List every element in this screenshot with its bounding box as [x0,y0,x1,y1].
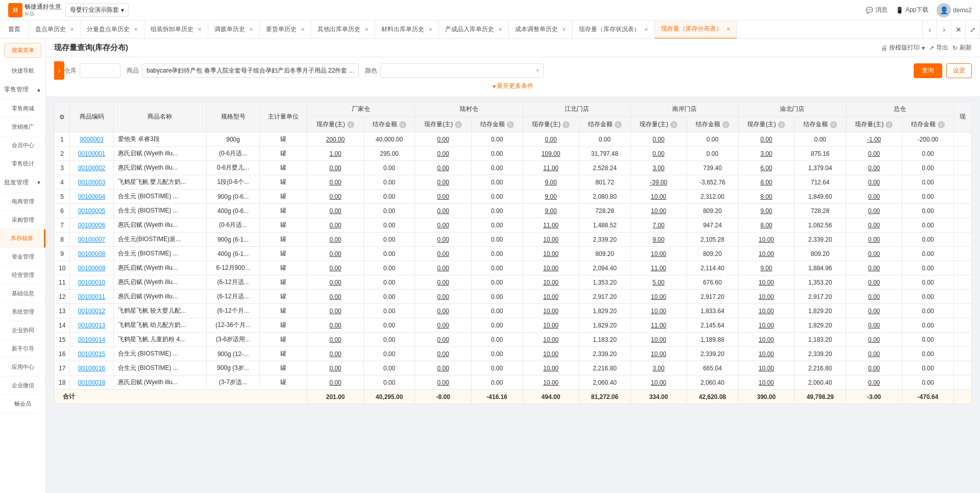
sidebar-item-inventory[interactable]: 库存核算 [0,229,45,248]
sidebar-item-base[interactable]: 基础信息 [0,285,45,303]
sidebar-item-system[interactable]: 系统管理 [0,303,45,321]
tab-close-icon[interactable]: ✕ [562,27,566,32]
tab-t9[interactable]: 成本调整单历史 ✕ [509,20,573,39]
tab-close-icon[interactable]: ✕ [198,27,202,32]
goods-input[interactable]: babycare孕妇待产包 春季入院全套母子组合孕妇产后冬季月子用品 22件套 … [142,63,359,78]
query-button[interactable]: 查询 [914,63,942,78]
sidebar-item-purchase[interactable]: 采购管理 [0,211,45,229]
tab-t2[interactable]: 分量盘点单历史 ✕ [81,20,144,39]
tab-close-all-btn[interactable]: ✕ [951,20,966,39]
sidebar-item-business[interactable]: 经营管理 [0,266,45,285]
cell-f-amt: 0.00 [363,318,415,333]
gear-icon[interactable]: ⚙ [59,113,65,121]
tab-close-icon[interactable]: ✕ [301,27,305,32]
info-icon[interactable]: i [938,121,945,128]
tab-maximize-btn[interactable]: ⤢ [966,20,980,39]
sidebar-item-wholesale[interactable]: 批发管理 ▼ [0,173,45,193]
sidebar-item-retail-mgmt[interactable]: 零售管理 ▲ [0,80,45,100]
tab-t5[interactable]: 要货单历史 ✕ [260,20,311,39]
sidebar-item-member[interactable]: 会员中心 [0,136,45,155]
cell-cur [953,375,971,390]
sidebar-item-quick-nav[interactable]: 快捷导航 [0,62,45,80]
cell-na-qty: 11.00 [630,261,687,275]
cell-yb-amt: 1,829.20 [795,318,846,333]
info-icon[interactable]: i [778,121,785,128]
sidebar-item-retail-stat[interactable]: 零售统计 [0,155,45,173]
info-icon[interactable]: i [507,121,514,128]
sidebar-item-member2[interactable]: 畅会员 [0,395,45,413]
sidebar-item-enterprise[interactable]: 企业协同 [0,321,45,340]
tab-prev-btn[interactable]: ‹ [923,20,937,39]
info-icon[interactable]: i [562,121,570,128]
tab-close-icon[interactable]: ✕ [249,27,253,32]
msg-btn[interactable]: 💬 消息 [866,6,888,14]
sidebar-item-finance[interactable]: 资金管理 [0,248,45,266]
search-single-btn[interactable]: 搜索英单 [4,43,41,58]
table-row: 18 00100018 惠氏启赋 (Wyeth illu... (3-7岁适..… [55,375,972,390]
tab-close-icon[interactable]: ✕ [134,27,138,32]
sidebar-item-ecommerce[interactable]: 电商管理 [0,193,45,211]
cell-na-amt: 1,833.64 [687,304,738,318]
info-icon[interactable]: i [722,121,729,128]
info-icon[interactable]: i [615,121,622,128]
cell-l-amt: 0.00 [471,275,523,290]
th-group-total: 总仓 [846,102,953,117]
sidebar-item-wechat[interactable]: 企业微信 [0,377,45,395]
tab-home[interactable]: 首页 [0,20,29,39]
setting-button[interactable]: 设置 [946,63,972,78]
sidebar-item-marketing[interactable]: 营销推广 [0,118,45,136]
user-avatar-area[interactable]: 👤 demo2 [937,3,972,17]
info-icon[interactable]: i [886,121,893,128]
tab-t8[interactable]: 产成品入库单历史 ✕ [439,20,509,39]
info-icon[interactable]: i [670,121,677,128]
color-input[interactable]: ▾ [380,63,544,78]
info-icon[interactable]: i [347,121,354,128]
tab-t1[interactable]: 盘点单历史 ✕ [29,20,81,39]
cell-jb-amt: 1,183.20 [579,333,630,347]
sidebar-item-apps[interactable]: 应用中心 [0,358,45,377]
cell-yb-amt: 1,849.60 [795,190,846,204]
tab-next-btn[interactable]: › [937,20,951,39]
cell-no: 12 [55,290,70,304]
info-icon[interactable]: i [455,121,462,128]
sidebar-item-guide[interactable]: 新手引导 [0,340,45,358]
info-icon[interactable]: i [399,121,406,128]
tab-t10[interactable]: 现存量（库存状况表） ✕ [573,20,655,39]
tab-close-icon[interactable]: ✕ [364,27,369,32]
export-btn[interactable]: ↗ 导出 [929,43,948,52]
cell-unit: 罐 [260,290,307,304]
sidebar-item-retail-store[interactable]: 零售商城 [0,100,45,118]
tab-t6[interactable]: 其他出库单历史 ✕ [311,20,375,39]
cell-name: 合生元 (BIOSTIME) ... [113,190,206,204]
info-icon[interactable]: i [830,121,837,128]
app-download-btn[interactable]: 📱 App下载 [896,6,928,14]
tab-close-icon[interactable]: ✕ [70,27,74,32]
tab-t11[interactable]: 现存量（库存分布表） ✕ [655,20,737,39]
cell-name: 合生元 (BIOSTIME) ... [113,204,206,218]
cell-cur [953,304,971,318]
filter-toggle-btn[interactable]: › [54,61,64,80]
page-title: 现存量查询(库存分布) [54,43,128,53]
cell-f-qty: 200.00 [307,132,363,147]
tab-close-icon[interactable]: ✕ [726,26,730,32]
cell-unit: 罐 [260,132,307,147]
cell-na-qty: 10.00 [630,290,687,304]
tab-close-icon[interactable]: ✕ [498,27,502,32]
tab-close-icon[interactable]: ✕ [644,27,648,32]
cell-unit: 罐 [260,232,307,247]
tab-close-icon[interactable]: ✕ [428,27,432,32]
print-btn[interactable]: 🖨 按模版打印 ▾ [881,43,925,52]
warehouse-input[interactable]: ··· [80,63,120,78]
tab-t7[interactable]: 材料出库单历史 ✕ [375,20,439,39]
expand-filter-btn[interactable]: ▾ 展开更多条件 [493,82,533,90]
cell-code: 00100016 [70,361,113,375]
tab-t4[interactable]: 调拨单历史 ✕ [208,20,260,39]
cell-cur [953,290,971,304]
refresh-btn[interactable]: ↻ 刷新 [952,43,972,52]
cell-l-qty: 0.00 [415,290,471,304]
cell-cur [953,161,971,175]
nav-selector[interactable]: 母婴行业演示陈套 ▾ [65,3,129,17]
tab-t3[interactable]: 组装拆卸单历史 ✕ [144,20,208,39]
filter-action-btns: 查询 设置 [914,63,972,78]
cell-name: 飞鹤星飞帆 较大婴儿配... [113,304,206,318]
